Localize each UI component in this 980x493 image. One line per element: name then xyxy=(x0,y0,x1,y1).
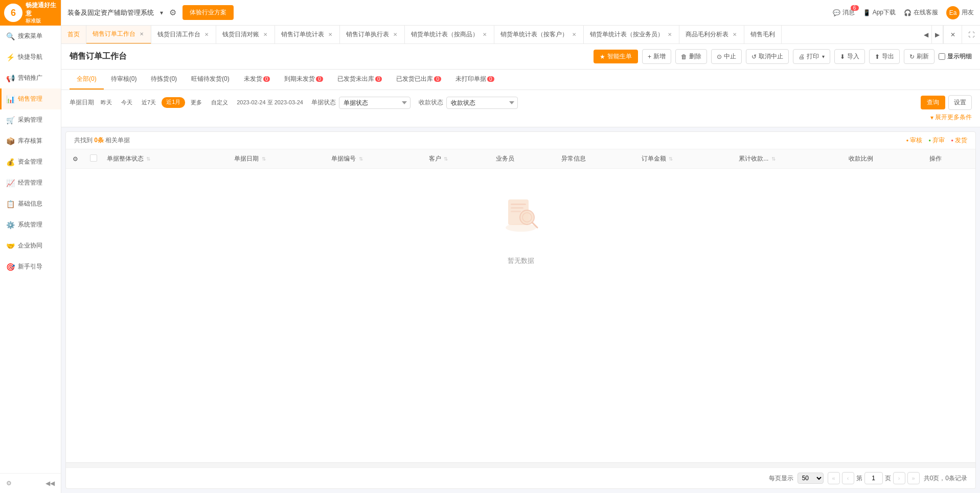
export-btn[interactable]: ⬆ 导出 xyxy=(869,49,900,64)
quick-action-reject[interactable]: 弃审 xyxy=(928,136,945,145)
tab-close-cash-reconcile[interactable]: ✕ xyxy=(262,31,268,38)
sort-status-icon[interactable]: ⇅ xyxy=(146,156,150,162)
tab-close-sales-workbench[interactable]: ✕ xyxy=(139,31,145,37)
filter-tab-wangpu[interactable]: 旺铺待发货(0) xyxy=(184,70,237,89)
last-page-btn[interactable]: » xyxy=(907,472,920,484)
import-btn[interactable]: ⬇ 导入 xyxy=(834,49,865,64)
tab-close-sales-summary-customer[interactable]: ✕ xyxy=(571,31,577,38)
tab-prev-btn[interactable]: ◀ xyxy=(921,26,932,44)
gear-icon[interactable]: ⚙ xyxy=(73,155,78,163)
tab-cash-reconcile[interactable]: 钱货日清对账 ✕ xyxy=(216,26,275,44)
smart-btn[interactable]: ★ 智能生单 xyxy=(594,50,638,63)
sort-number-icon[interactable]: ⇅ xyxy=(359,156,363,162)
date-btn-custom[interactable]: 自定义 xyxy=(208,97,232,108)
tab-product-margin[interactable]: 商品毛利分析表 ✕ xyxy=(679,26,744,44)
sidebar-item-sales[interactable]: 📊 销售管理 xyxy=(0,88,61,109)
settings-icon[interactable]: ⚙ xyxy=(167,6,178,19)
tab-sales-summary-customer[interactable]: 销货单统计表（按客户） ✕ xyxy=(494,26,584,44)
query-btn[interactable]: 查询 xyxy=(921,96,945,109)
date-btn-more[interactable]: 更多 xyxy=(187,97,206,108)
user-menu[interactable]: Ea 用友 xyxy=(946,6,974,19)
settings-bottom-btn[interactable]: ⚙ xyxy=(4,478,14,489)
quick-action-review[interactable]: 审核 xyxy=(906,136,922,145)
solution-btn[interactable]: 体验行业方案 xyxy=(183,5,234,20)
plus-icon: + xyxy=(648,53,651,60)
select-all-checkbox[interactable] xyxy=(90,154,97,162)
sort-date-icon[interactable]: ⇅ xyxy=(262,156,266,162)
filter-tab-not-shipped[interactable]: 未发货0 xyxy=(237,70,278,89)
filter-tab-pending-pickup[interactable]: 待拣货(0) xyxy=(144,70,184,89)
tab-close-sales-exec[interactable]: ✕ xyxy=(392,31,398,38)
next-page-btn[interactable]: › xyxy=(893,472,905,484)
date-btn-today[interactable]: 今天 xyxy=(118,97,136,108)
tab-sales-summary-product[interactable]: 销货单统计表（按商品） ✕ xyxy=(405,26,494,44)
tab-close-sales-stats[interactable]: ✕ xyxy=(327,31,333,38)
tab-close-cash-daily[interactable]: ✕ xyxy=(203,31,210,38)
horizontal-scrollbar[interactable] xyxy=(66,462,975,467)
stop-btn[interactable]: ⊙ 中止 xyxy=(711,49,742,64)
sidebar-item-marketing[interactable]: 📢 营销推广 xyxy=(0,68,61,88)
prev-page-btn[interactable]: ‹ xyxy=(842,472,854,484)
print-btn[interactable]: 🖨 打印 ▾ xyxy=(793,49,830,64)
sidebar-item-finance[interactable]: 💰 资金管理 xyxy=(0,151,61,172)
tab-expand-btn[interactable]: ⛶ xyxy=(962,26,980,44)
trend-icon: 📈 xyxy=(6,179,15,187)
filter-tab-shipped-not-out[interactable]: 已发货未出库0 xyxy=(330,70,390,89)
quick-action-ship[interactable]: 发货 xyxy=(951,136,967,145)
tab-close-all-btn[interactable]: ✕ xyxy=(943,26,962,44)
show-detail-label[interactable]: 显示明细 xyxy=(939,52,972,61)
table-toolbar: 共找到 0条 相关单据 审核 弃审 发货 xyxy=(66,132,975,149)
sidebar-item-cooperation[interactable]: 🤝 企业协同 xyxy=(0,235,61,256)
phone-icon: 📱 xyxy=(863,9,871,16)
sidebar-item-operations[interactable]: 📈 经营管理 xyxy=(0,172,61,193)
sidebar-item-system[interactable]: ⚙️ 系统管理 xyxy=(0,214,61,235)
sidebar-item-inventory[interactable]: 📦 库存核算 xyxy=(0,130,61,151)
expand-btn[interactable]: ▾ 展开更多条件 xyxy=(930,113,972,122)
filter-tab-all[interactable]: 全部(0) xyxy=(70,70,104,89)
online-service-btn[interactable]: 🎧 在线客服 xyxy=(904,8,938,17)
tab-sales-stats[interactable]: 销售订单统计表 ✕ xyxy=(275,26,340,44)
delete-btn[interactable]: 🗑 删除 xyxy=(675,49,707,64)
tab-close-sales-summary-staff[interactable]: ✕ xyxy=(667,31,673,38)
add-btn[interactable]: + 新增 xyxy=(642,49,671,64)
cancel-stop-btn[interactable]: ↺ 取消中止 xyxy=(746,49,789,64)
sort-amount-icon[interactable]: ⇅ xyxy=(669,156,673,162)
tab-home[interactable]: 首页 xyxy=(61,26,86,44)
collapse-btn[interactable]: ◀◀ xyxy=(43,478,57,489)
sidebar-item-search[interactable]: 🔍 搜索菜单 xyxy=(0,26,61,47)
system-dropdown[interactable]: ▾ xyxy=(160,9,163,16)
sort-customer-icon[interactable]: ⇅ xyxy=(444,156,448,162)
tab-sales-gross[interactable]: 销售毛利 xyxy=(744,26,782,44)
empty-state: 暂无数据 xyxy=(66,169,975,286)
filter-tab-expired[interactable]: 到期未发货0 xyxy=(277,70,330,89)
app-download-btn[interactable]: 📱 App下载 xyxy=(863,8,896,17)
tab-sales-summary-staff[interactable]: 销货单统计表（按业务员） ✕ xyxy=(584,26,679,44)
first-page-btn[interactable]: « xyxy=(828,472,840,484)
message-btn[interactable]: 💬 消息 6 xyxy=(833,8,855,17)
filter-settings-btn[interactable]: 设置 xyxy=(948,95,972,110)
sidebar-item-guide[interactable]: 🎯 新手引导 xyxy=(0,256,61,277)
tab-close-product-margin[interactable]: ✕ xyxy=(732,31,738,38)
page-title: 销售订单工作台 xyxy=(70,51,127,62)
page-input[interactable] xyxy=(864,472,883,484)
tab-next-btn[interactable]: ▶ xyxy=(932,26,943,44)
sort-collected-icon[interactable]: ⇅ xyxy=(771,156,776,162)
date-btn-1month[interactable]: 近1月 xyxy=(162,97,185,108)
date-btn-yesterday[interactable]: 昨天 xyxy=(97,97,116,108)
refresh-btn[interactable]: ↻ 刷新 xyxy=(904,49,935,64)
filter-tab-not-printed[interactable]: 未打印单据0 xyxy=(448,70,502,89)
sidebar-item-purchase[interactable]: 🛒 采购管理 xyxy=(0,109,61,130)
status-select[interactable]: 单据状态 xyxy=(339,97,411,109)
sidebar-item-basic-info[interactable]: 📋 基础信息 xyxy=(0,193,61,214)
tab-sales-workbench[interactable]: 销售订单工作台 ✕ xyxy=(86,26,151,44)
sidebar-item-quick-nav[interactable]: ⚡ 快捷导航 xyxy=(0,47,61,68)
per-page-select[interactable]: 50 10 20 100 xyxy=(797,473,824,484)
show-detail-checkbox[interactable] xyxy=(939,53,945,60)
tab-sales-exec[interactable]: 销售订单执行表 ✕ xyxy=(340,26,405,44)
filter-tab-pending-review[interactable]: 待审核(0) xyxy=(104,70,144,89)
date-btn-7days[interactable]: 近7天 xyxy=(138,97,159,108)
tab-close-sales-summary-product[interactable]: ✕ xyxy=(482,31,488,38)
tab-cash-daily[interactable]: 钱货日清工作台 ✕ xyxy=(151,26,216,44)
filter-tab-shipped-out[interactable]: 已发货已出库0 xyxy=(389,70,448,89)
payment-select[interactable]: 收款状态 xyxy=(446,97,518,109)
